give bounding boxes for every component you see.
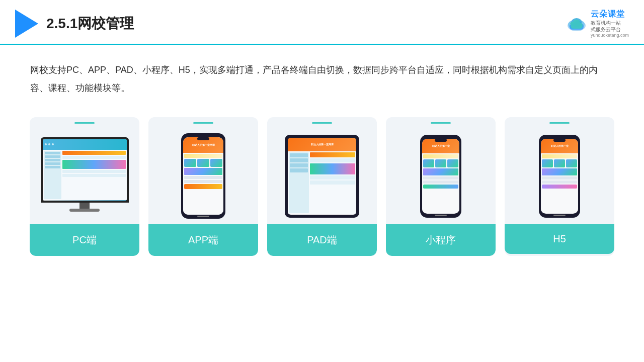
pc-screen-body [43, 150, 127, 200]
card-image-h5: 职达人的第一堂 [505, 124, 614, 224]
card-h5: 职达人的第一堂 [505, 117, 614, 256]
card-label-h5: H5 [505, 224, 614, 254]
description-text: 网校支持PC、APP、PAD、小程序、H5，实现多端打通，产品各终端自由切换，数… [30, 61, 614, 97]
phone-body-app [183, 153, 223, 215]
card-label-mini: 小程序 [386, 224, 496, 256]
phone-screen-app: 职达人的第一堂网课 [183, 137, 223, 215]
pc-screen-outer [41, 137, 129, 203]
card-label-pc: PC端 [30, 224, 139, 256]
brand-logo: 云朵课堂 教育机构一站 式服务云平台 yunduoketang.com [566, 9, 629, 38]
page-title: 2.5.1网校管理 [46, 14, 134, 33]
brand-sub: 教育机构一站 式服务云平台 [591, 20, 621, 33]
tablet-body [288, 151, 356, 214]
pc-screen-inner [43, 139, 127, 201]
cloud-icon [566, 15, 588, 33]
phone-mockup-mini: 职达人的第一堂 [420, 135, 461, 218]
phone-notch-app [197, 137, 209, 140]
header: 2.5.1网校管理 云朵课堂 教育机构一站 式服务云平台 yunduoketan… [0, 0, 644, 45]
card-label-app: APP端 [148, 224, 258, 256]
tablet-header: 职达人的第一堂网课 [288, 138, 356, 152]
header-right: 云朵课堂 教育机构一站 式服务云平台 yunduoketang.com [566, 9, 629, 38]
phone-mockup-app: 职达人的第一堂网课 [181, 133, 225, 219]
card-image-pad: 职达人的第一堂网课 [267, 124, 377, 224]
phone-notch-h5 [553, 139, 566, 142]
card-pad: 职达人的第一堂网课 [267, 117, 377, 256]
logo-triangle-icon [15, 10, 38, 38]
phone-body-h5 [541, 153, 578, 213]
brand-text: 云朵课堂 教育机构一站 式服务云平台 yunduoketang.com [591, 9, 629, 38]
brand-name: 云朵课堂 [591, 9, 625, 20]
card-image-mini: 职达人的第一堂 [386, 124, 496, 224]
tablet-mockup: 职达人的第一堂网课 [285, 135, 359, 218]
card-pc: PC端 [30, 117, 139, 256]
card-label-pad: PAD端 [267, 224, 377, 256]
phone-notch-mini [435, 139, 447, 142]
card-image-app: 职达人的第一堂网课 [148, 124, 258, 224]
phone-body-mini [422, 153, 459, 213]
phone-home-bar-mini [435, 215, 447, 216]
pc-mockup [39, 137, 130, 215]
pc-stand [79, 203, 90, 209]
card-miniprogram: 职达人的第一堂 [386, 117, 496, 256]
pc-screen-top-bar [43, 139, 127, 150]
phone-screen-mini: 职达人的第一堂 [422, 139, 459, 214]
phone-mockup-h5: 职达人的第一堂 [539, 135, 580, 218]
phone-screen-h5: 职达人的第一堂 [541, 139, 578, 214]
pc-base [69, 209, 100, 212]
card-app: 职达人的第一堂网课 [148, 117, 258, 256]
header-left: 2.5.1网校管理 [15, 10, 134, 38]
tablet-screen: 职达人的第一堂网课 [288, 138, 356, 215]
description: 网校支持PC、APP、PAD、小程序、H5，实现多端打通，产品各终端自由切换，数… [0, 45, 644, 107]
card-image-pc [30, 124, 139, 224]
cards-container: PC端 职达人的第一堂网课 [0, 107, 644, 256]
phone-home-bar-app [197, 216, 209, 217]
brand-url: yunduoketang.com [591, 33, 629, 38]
phone-home-bar-h5 [553, 215, 566, 216]
